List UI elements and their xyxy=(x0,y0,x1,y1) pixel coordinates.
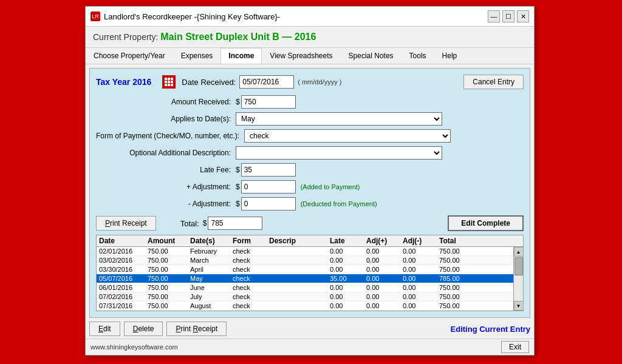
table-cell xyxy=(269,275,330,282)
col-form: Form xyxy=(233,237,269,245)
late-fee-input[interactable] xyxy=(241,163,296,177)
form-of-payment-label: Form of Payment (Check/MO, number, etc.)… xyxy=(96,132,244,140)
table-cell: 750.00 xyxy=(148,266,190,273)
col-date: Date xyxy=(99,237,148,245)
print-receipt-button-top[interactable]: Print Receipt xyxy=(96,216,156,231)
table-cell: check xyxy=(233,248,269,255)
form-header: Tax Year 2016 Date Received: ( mm/dd/yyy… xyxy=(96,75,524,89)
table-cell: 0.00 xyxy=(330,293,366,300)
col-amount: Amount xyxy=(148,237,190,245)
table-cell: 0.00 xyxy=(366,293,403,300)
edit-button[interactable]: Edit xyxy=(89,322,120,336)
total-group: $ xyxy=(203,217,263,230)
table-cell xyxy=(269,266,330,273)
table-cell: 750.00 xyxy=(148,284,190,291)
table-row[interactable]: 03/02/2016750.00Marchcheck0.000.000.0075… xyxy=(97,256,513,265)
minus-adj-group: $ (Deducted from Payment) xyxy=(236,197,377,211)
tax-year-label: Tax Year 2016 xyxy=(96,77,151,87)
plus-adj-note: (Added to Payment) xyxy=(301,183,360,190)
dollar-sign-plus-adj: $ xyxy=(236,183,240,191)
col-late: Late xyxy=(330,237,366,245)
plus-adj-label: + Adjustment: xyxy=(96,183,236,191)
table-cell: 03/02/2016 xyxy=(99,257,148,264)
table-row[interactable]: 07/02/2016750.00Julycheck0.000.000.00750… xyxy=(97,292,513,302)
minus-adj-label: - Adjustment: xyxy=(96,200,236,208)
applies-to-select[interactable]: May xyxy=(236,112,442,126)
content-area: Tax Year 2016 Date Received: ( mm/dd/yyy… xyxy=(89,68,530,318)
calendar-icon[interactable] xyxy=(162,75,176,89)
scrollbar-thumb[interactable] xyxy=(514,257,523,275)
maximize-button[interactable]: ☐ xyxy=(502,10,514,22)
table-cell: 750.00 xyxy=(439,302,482,309)
scroll-down-button[interactable]: ▼ xyxy=(514,301,524,311)
menu-choose-property[interactable]: Choose Property/Year xyxy=(86,48,173,64)
print-receipt-button-bottom[interactable]: Print Receipt xyxy=(166,322,227,336)
table-cell: check xyxy=(233,293,269,300)
menu-special-notes[interactable]: Special Notes xyxy=(341,48,402,64)
scrollbar-track[interactable] xyxy=(514,257,523,301)
scrollbar[interactable]: ▲ ▼ xyxy=(513,247,523,311)
table-cell xyxy=(269,248,330,255)
table-cell: 0.00 xyxy=(403,302,439,309)
total-input[interactable] xyxy=(208,217,262,230)
table-cell: 0.00 xyxy=(366,275,403,282)
table-cell: 0.00 xyxy=(330,248,366,255)
table-cell: 0.00 xyxy=(403,257,439,264)
table-cell: 0.00 xyxy=(366,302,403,309)
table-cell: 750.00 xyxy=(148,248,190,255)
table-row[interactable]: 02/01/2016750.00Februarycheck0.000.000.0… xyxy=(97,247,513,256)
table-cell: 0.00 xyxy=(403,266,439,273)
delete-button[interactable]: Delete xyxy=(124,322,163,336)
scroll-up-button[interactable]: ▲ xyxy=(514,247,524,257)
table-cell: March xyxy=(190,257,233,264)
table-cell: 02/01/2016 xyxy=(99,248,148,255)
form-of-payment-select[interactable]: check xyxy=(244,129,451,143)
cancel-entry-button[interactable]: Cancel Entry xyxy=(463,75,524,89)
table-row[interactable]: 05/07/2016750.00Maycheck35.000.000.00785… xyxy=(97,274,513,283)
table-cell: check xyxy=(233,302,269,309)
plus-adj-input[interactable] xyxy=(241,180,296,194)
table-cell: May xyxy=(190,275,233,282)
optional-desc-label: Optional Additional Description: xyxy=(96,149,236,157)
table-cell: 0.00 xyxy=(403,284,439,291)
print-receipt-label-bottom: eceipt xyxy=(198,325,217,333)
menu-bar: Choose Property/Year Expenses Income Vie… xyxy=(86,47,534,64)
menu-tools[interactable]: Tools xyxy=(402,48,434,64)
table-row[interactable]: 03/30/2016750.00Aprilcheck0.000.000.0075… xyxy=(97,265,513,274)
table-cell: February xyxy=(190,248,233,255)
dollar-sign-late: $ xyxy=(236,166,240,174)
table-cell: August xyxy=(190,302,233,309)
table-cell: 750.00 xyxy=(439,284,482,291)
menu-help[interactable]: Help xyxy=(434,48,465,64)
property-bar: Current Property: Main Street Duplex Uni… xyxy=(86,27,534,47)
table-cell: 0.00 xyxy=(330,302,366,309)
close-button[interactable]: ✕ xyxy=(517,10,529,22)
minus-adj-input[interactable] xyxy=(241,197,296,211)
amount-received-input[interactable] xyxy=(241,95,296,109)
col-dates: Date(s) xyxy=(190,237,233,245)
menu-expenses[interactable]: Expenses xyxy=(173,48,221,64)
table-cell xyxy=(269,302,330,309)
col-total: Total xyxy=(439,237,482,245)
table-cell: 07/02/2016 xyxy=(99,293,148,300)
exit-button[interactable]: Exit xyxy=(501,341,529,353)
property-name: Main Street Duplex Unit B — 2016 xyxy=(160,32,316,42)
form-of-payment-row: Form of Payment (Check/MO, number, etc.)… xyxy=(96,129,524,143)
applies-to-row: Applies to Date(s): May xyxy=(96,112,524,126)
table-row[interactable]: 06/01/2016750.00Junecheck0.000.000.00750… xyxy=(97,283,513,292)
date-received-label: Date Received: xyxy=(182,78,236,87)
minimize-button[interactable]: — xyxy=(488,10,500,22)
date-received-input[interactable] xyxy=(239,75,294,89)
title-bar: LR Landlord's Recordkeeper -{Shining Key… xyxy=(86,7,534,27)
date-received-section: Date Received: ( mm/dd/yyyy ) xyxy=(182,75,457,89)
table-cell: check xyxy=(233,266,269,273)
table-row[interactable]: 07/31/2016750.00Augustcheck0.000.000.007… xyxy=(97,302,513,311)
table-cell: 750.00 xyxy=(148,257,190,264)
optional-desc-select[interactable] xyxy=(236,146,442,160)
table-cell: 0.00 xyxy=(366,248,403,255)
menu-income[interactable]: Income xyxy=(220,48,262,64)
status-url: www.shiningkeysoftware.com xyxy=(91,343,178,351)
table-cell: 750.00 xyxy=(439,248,482,255)
edit-complete-button[interactable]: Edit Complete xyxy=(448,215,524,231)
menu-view-spreadsheets[interactable]: View Spreadsheets xyxy=(262,48,340,64)
